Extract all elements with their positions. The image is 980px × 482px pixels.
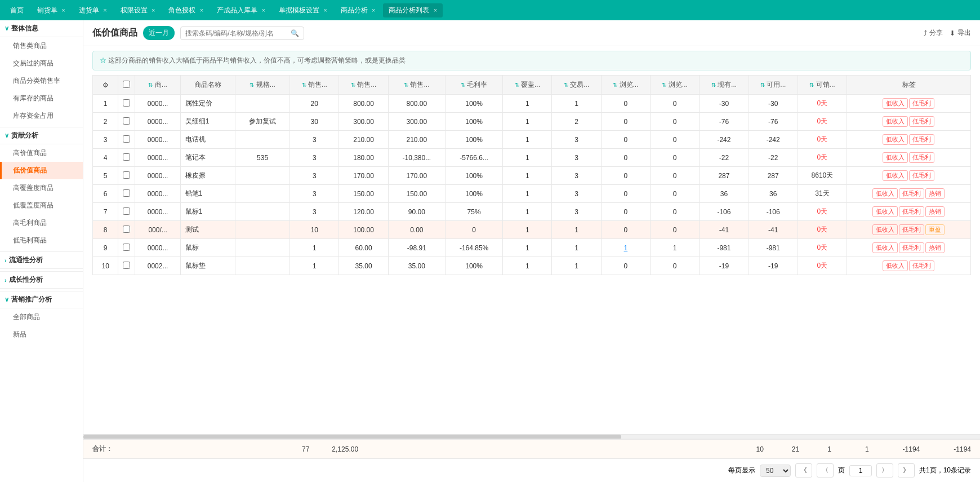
row-checkbox[interactable] (118, 95, 135, 113)
sidebar-item-low-gross[interactable]: 低毛利商品 (0, 232, 83, 249)
sidebar-item-capital[interactable]: 库存资金占用 (0, 107, 83, 125)
row-check[interactable] (123, 171, 130, 179)
sidebar-item-traded[interactable]: 交易过的商品 (0, 55, 83, 72)
col-sale2[interactable]: ⇅ 销售... (388, 76, 445, 95)
sidebar-item-low-coverage[interactable]: 低覆盖度商品 (0, 197, 83, 214)
view-link[interactable]: 1 (624, 244, 628, 252)
col-sellable[interactable]: ⇅ 可销... (798, 76, 847, 95)
sidebar-item-high-value[interactable]: 高价值商品 (0, 144, 83, 162)
close-icon[interactable]: × (372, 7, 375, 14)
settings-icon[interactable]: ⚙ (103, 81, 109, 89)
row-checkbox[interactable] (118, 203, 135, 221)
share-button[interactable]: ⤴ 分享 (924, 28, 943, 38)
content-area: 低价值商品 近一月 🔍 ⤴ 分享 ⬇ 导出 ☆ 这部分商品的销售收入大幅低于商品… (83, 20, 980, 482)
nav-home[interactable]: 首页 (5, 3, 29, 17)
chevron-down-icon-2[interactable]: ∨ (5, 132, 9, 139)
col-avail[interactable]: ⇅ 可用... (749, 76, 798, 95)
row-check[interactable] (123, 117, 130, 125)
row-view1[interactable]: 1 (601, 239, 650, 257)
row-checkbox[interactable] (118, 257, 135, 275)
nav-purchase[interactable]: 进货单 × (73, 3, 113, 17)
nav-products-in[interactable]: 产成品入库单 × (211, 3, 271, 17)
nav-permissions[interactable]: 权限设置 × (115, 3, 161, 17)
sidebar-item-high-gross[interactable]: 高毛利商品 (0, 214, 83, 232)
select-all-checkbox[interactable] (123, 81, 130, 88)
row-check[interactable] (123, 189, 130, 197)
sidebar-item-stocked[interactable]: 有库存的商品 (0, 90, 83, 107)
sidebar-item-sales-products[interactable]: 销售类商品 (0, 37, 83, 55)
close-icon[interactable]: × (200, 7, 203, 14)
col-view2[interactable]: ⇅ 浏览... (651, 76, 700, 95)
col-stock[interactable]: ⇅ 现有... (700, 76, 749, 95)
chevron-right-icon-2[interactable]: › (5, 277, 7, 284)
row-check[interactable] (123, 99, 130, 107)
col-trade[interactable]: ⇅ 交易... (552, 76, 601, 95)
search-input[interactable] (185, 29, 288, 37)
chevron-down-icon-3[interactable]: ∨ (5, 296, 9, 303)
search-box[interactable]: 🔍 (180, 26, 304, 40)
footer-view1: 1 (827, 445, 831, 453)
sidebar-item-new-products[interactable]: 新品 (0, 326, 83, 343)
row-check[interactable] (123, 244, 130, 251)
close-icon[interactable]: × (434, 7, 437, 14)
prev-page-btn[interactable]: 〈 (817, 463, 834, 477)
row-check[interactable] (123, 135, 130, 143)
nav-template[interactable]: 单据模板设置 × (273, 3, 333, 17)
row-checkbox[interactable] (118, 239, 135, 257)
filter-month-btn[interactable]: 近一月 (143, 26, 175, 40)
sidebar-item-category-sales[interactable]: 商品分类销售率 (0, 72, 83, 90)
row-checkbox[interactable] (118, 149, 135, 167)
col-qty[interactable]: ⇅ 销售... (290, 76, 339, 95)
close-icon[interactable]: × (261, 7, 265, 14)
col-gross[interactable]: ⇅ 毛利率 (445, 76, 502, 95)
chevron-right-icon[interactable]: › (5, 257, 7, 264)
sidebar-item-high-coverage[interactable]: 高覆盖度商品 (0, 179, 83, 197)
sidebar-item-all-products[interactable]: 全部商品 (0, 308, 83, 326)
row-check[interactable] (123, 153, 130, 161)
col-checkbox[interactable] (118, 76, 135, 95)
close-icon[interactable]: × (152, 7, 155, 14)
page-size-select[interactable]: 50 100 200 (760, 465, 791, 477)
row-checkbox[interactable] (118, 131, 135, 149)
close-icon[interactable]: × (323, 7, 327, 14)
row-checkbox[interactable] (118, 167, 135, 185)
nav-roles[interactable]: 角色授权 × (163, 3, 209, 17)
row-check[interactable] (123, 262, 130, 269)
next-page-btn[interactable]: 〉 (876, 463, 893, 477)
row-sale2: 300.00 (388, 113, 445, 131)
row-check[interactable] (123, 207, 130, 215)
col-sale1[interactable]: ⇅ 销售... (339, 76, 388, 95)
row-check[interactable] (123, 225, 130, 233)
chevron-down-icon[interactable]: ∨ (5, 25, 9, 32)
sidebar-item-low-value[interactable]: 低价值商品 (0, 162, 83, 179)
row-sellable: 0天 (798, 203, 847, 221)
row-checkbox[interactable] (118, 113, 135, 131)
sidebar-section-flow: 流通性分析 (9, 255, 43, 265)
sidebar: ∨ 整体信息 销售类商品 交易过的商品 商品分类销售率 有库存的商品 库存资金占… (0, 20, 83, 482)
info-bar: ☆ 这部分商品的销售收入大幅低于商品平均销售收入，价值不高，可考虑调整营销策略，… (92, 51, 971, 70)
row-gross: 100% (445, 167, 502, 185)
col-settings[interactable]: ⚙ (93, 76, 118, 95)
last-page-btn[interactable]: 》 (898, 463, 915, 477)
row-gross: 100% (445, 257, 502, 275)
close-icon[interactable]: × (61, 7, 65, 14)
row-checkbox[interactable] (118, 221, 135, 239)
nav-sales[interactable]: 销货单 × (32, 3, 71, 17)
row-checkbox[interactable] (118, 185, 135, 203)
table-container[interactable]: ⚙ ⇅ 商... 商品名称 ⇅ 规格... ⇅ 销售... ⇅ 销售... ⇅ … (83, 75, 980, 434)
page-input[interactable] (849, 465, 872, 476)
export-button[interactable]: ⬇ 导出 (950, 28, 971, 38)
row-code: 000/... (135, 221, 180, 239)
row-num: 2 (93, 113, 118, 131)
search-icon[interactable]: 🔍 (291, 29, 299, 37)
first-page-btn[interactable]: 《 (795, 463, 812, 477)
scroll-bar[interactable] (83, 434, 980, 439)
close-icon[interactable]: × (103, 7, 106, 14)
nav-analysis[interactable]: 商品分析 × (335, 3, 381, 17)
col-view1[interactable]: ⇅ 浏览... (601, 76, 650, 95)
col-name: 商品名称 (180, 76, 235, 95)
col-code[interactable]: ⇅ 商... (135, 76, 180, 95)
col-cover[interactable]: ⇅ 覆盖... (503, 76, 552, 95)
nav-analysis-list[interactable]: 商品分析列表 × (383, 3, 443, 17)
col-spec[interactable]: ⇅ 规格... (235, 76, 289, 95)
